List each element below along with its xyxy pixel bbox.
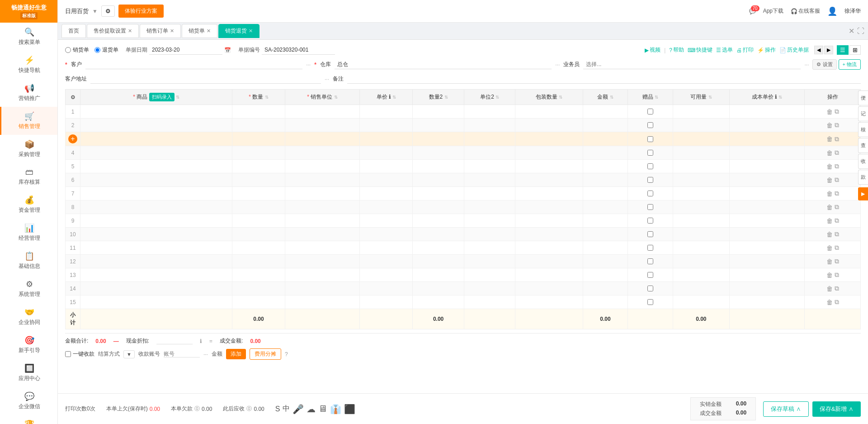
gift-cell[interactable] [628, 241, 673, 255]
sale-unit-cell[interactable] [285, 146, 360, 160]
quantity2-cell[interactable] [413, 173, 464, 187]
product-cell[interactable] [80, 200, 232, 214]
unit-price-cell[interactable] [360, 255, 413, 268]
sidebar-item-inventory[interactable]: 🗃 库存核算 [0, 163, 57, 191]
add-logistics-button[interactable]: + 物流 [839, 59, 861, 70]
quantity2-cell[interactable] [413, 268, 464, 282]
cost-price-cell[interactable] [729, 132, 804, 146]
gift-checkbox[interactable] [647, 245, 653, 251]
delete-row-button[interactable]: 🗑 [826, 108, 833, 115]
quantity-cell[interactable] [232, 241, 285, 255]
discount-input[interactable] [156, 338, 193, 344]
copy-row-button[interactable]: ⧉ [835, 285, 839, 292]
delete-row-button[interactable]: 🗑 [826, 299, 833, 306]
quantity-cell[interactable] [232, 268, 285, 282]
copy-row-button[interactable]: ⧉ [835, 230, 839, 238]
product-cell[interactable] [80, 132, 232, 146]
shortcut-link[interactable]: ⌨ 快捷键 [688, 46, 712, 54]
right-panel-payment-btn[interactable]: 款 [858, 170, 868, 185]
pack-qty-cell[interactable] [515, 282, 583, 295]
unit-price-cell[interactable] [360, 132, 413, 146]
amount-cell[interactable] [583, 132, 628, 146]
gift-cell[interactable] [628, 146, 673, 160]
gift-cell[interactable] [628, 132, 673, 146]
gift-cell[interactable] [628, 187, 673, 200]
pack-qty-cell[interactable] [515, 187, 583, 200]
copy-row-button[interactable]: ⧉ [835, 217, 839, 224]
gift-checkbox[interactable] [647, 231, 653, 237]
product-input[interactable] [83, 299, 229, 305]
salesperson-dots-button[interactable]: ··· [804, 62, 809, 68]
calendar-icon[interactable]: 📅 [224, 47, 231, 53]
video-link[interactable]: ▶ 视频 [645, 46, 660, 54]
amount-cell[interactable] [583, 282, 628, 295]
amount-cell[interactable] [583, 295, 628, 309]
copy-row-button[interactable]: ⧉ [835, 190, 839, 197]
gift-cell[interactable] [628, 173, 673, 187]
warehouse-input[interactable] [335, 60, 552, 69]
cost-price-cell[interactable] [729, 268, 804, 282]
doc-date-input[interactable] [149, 45, 222, 55]
unit-price-cell[interactable] [360, 214, 413, 228]
delete-row-button[interactable]: 🗑 [826, 272, 833, 279]
available-cell[interactable] [673, 214, 730, 228]
prev-record-button[interactable]: ◀ [814, 46, 823, 54]
right-panel-note-btn[interactable]: 便 [858, 91, 868, 105]
amount-cell[interactable] [583, 146, 628, 160]
right-panel-query-btn[interactable]: 查 [858, 138, 868, 153]
customer-dots-button[interactable]: ··· [306, 62, 311, 68]
amount-cell[interactable] [583, 173, 628, 187]
delete-row-button[interactable]: 🗑 [826, 163, 833, 170]
online-service-link[interactable]: 🎧 在线客服 [791, 7, 820, 15]
gift-cell[interactable] [628, 214, 673, 228]
radio-return-goods[interactable]: 退货单 [94, 46, 118, 54]
available-cell[interactable] [673, 295, 730, 309]
pack-qty-sort-icon[interactable]: ⇅ [559, 95, 562, 100]
pack-qty-cell[interactable] [515, 146, 583, 160]
delete-row-button[interactable]: 🗑 [826, 176, 833, 184]
save-draft-button[interactable]: 保存草稿 ∧ [763, 401, 809, 417]
sidebar-item-guide[interactable]: 🎯 新手引导 [0, 331, 57, 359]
col-settings[interactable]: ⚙ [66, 90, 80, 105]
product-cell[interactable] [80, 255, 232, 268]
customer-input[interactable] [85, 60, 302, 69]
sale-unit-sort-icon[interactable]: ⇅ [334, 95, 338, 100]
sale-unit-cell[interactable] [285, 200, 360, 214]
available-cell[interactable] [673, 173, 730, 187]
right-panel-check-btn[interactable]: 核 [858, 122, 868, 137]
tab-sale-settings[interactable]: 售价提取设置 ✕ [87, 24, 139, 38]
available-cell[interactable] [673, 268, 730, 282]
copy-row-button[interactable]: ⧉ [835, 257, 839, 265]
amount-cell[interactable] [583, 187, 628, 200]
unit-price-cell[interactable] [360, 146, 413, 160]
quantity-cell[interactable] [232, 295, 285, 309]
cost-price-cell[interactable] [729, 173, 804, 187]
sale-unit-cell[interactable] [285, 119, 360, 132]
delete-row-button[interactable]: 🗑 [826, 190, 833, 197]
unit-price-cell[interactable] [360, 268, 413, 282]
product-input[interactable] [83, 177, 229, 183]
quantity2-cell[interactable] [413, 241, 464, 255]
gift-checkbox[interactable] [647, 177, 653, 183]
account-input[interactable] [164, 351, 200, 357]
tab-close-icon[interactable]: ✕ [207, 28, 211, 34]
pack-qty-cell[interactable] [515, 160, 583, 173]
sale-unit-cell[interactable] [285, 160, 360, 173]
next-record-button[interactable]: ▶ [824, 46, 833, 54]
cost-price-sort-icon[interactable]: ⇅ [778, 95, 782, 100]
warehouse-dots-button[interactable]: ··· [555, 62, 560, 68]
gift-cell[interactable] [628, 282, 673, 295]
available-cell[interactable] [673, 282, 730, 295]
quantity-cell[interactable] [232, 160, 285, 173]
radio-sale-goods[interactable]: 销货单 [65, 46, 89, 54]
amount-cell[interactable] [583, 119, 628, 132]
sale-unit-cell[interactable] [285, 255, 360, 268]
sidebar-item-shortcut[interactable]: ⚡ 快捷导航 [0, 51, 57, 79]
sidebar-item-purchase[interactable]: 📦 采购管理 [0, 135, 57, 163]
quantity2-cell[interactable] [413, 228, 464, 241]
unit-price-cell[interactable] [360, 160, 413, 173]
quantity-cell[interactable] [232, 132, 285, 146]
copy-row-button[interactable]: ⧉ [835, 108, 839, 115]
gift-cell[interactable] [628, 200, 673, 214]
unit-price-info-icon[interactable]: ℹ [389, 94, 391, 100]
